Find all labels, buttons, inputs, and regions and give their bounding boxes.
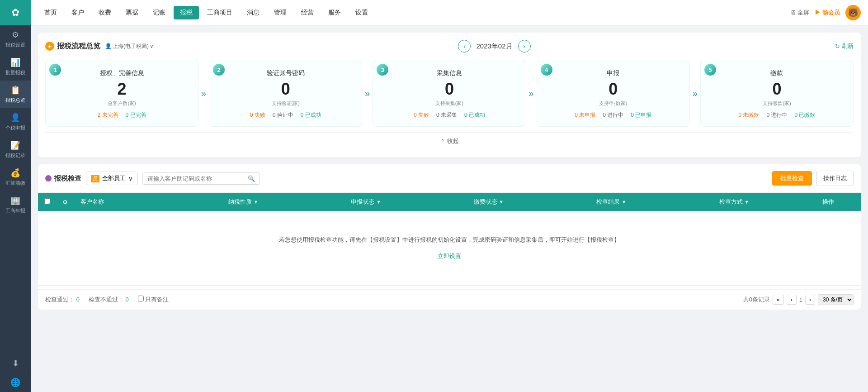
process-header: + 报税流程总览 👤 上海(电子税局) ∨ ‹ 2023年02月 › ↻ 刷新 — [45, 40, 854, 53]
nav-services[interactable]: 服务 — [322, 6, 347, 19]
month-nav: ‹ 2023年02月 › — [458, 40, 530, 53]
empty-state-row: 若您想使用报税检查功能，请先在【报税设置】中进行报税的初始化设置，完成密码验证和… — [38, 211, 861, 286]
nav-fees[interactable]: 收费 — [92, 6, 118, 19]
filter-icon-4: ▼ — [622, 199, 627, 205]
step-5-sub: 支持缴款(家) — [763, 100, 791, 107]
setup-link[interactable]: 立即设置 — [438, 253, 461, 259]
step-4-count: 0 — [609, 81, 618, 97]
select-all-checkbox[interactable] — [44, 198, 50, 204]
nav-accounting[interactable]: 记账 — [146, 6, 172, 19]
th-check-result[interactable]: 检查结果 ▼ — [550, 193, 673, 211]
sidebar-item-batch-tax[interactable]: 📊 批量报税 — [0, 53, 31, 81]
sidebar-item-tax-settings[interactable]: ⚙ 报税设置 — [0, 25, 31, 53]
annual-report-icon: 🏢 — [10, 196, 20, 206]
batch-check-button[interactable]: 批量检查 — [772, 171, 812, 186]
search-icon[interactable]: 🔍 — [248, 175, 255, 182]
prev-page-button[interactable]: ‹ — [787, 295, 797, 305]
collapse-button[interactable]: ⌃ 收起 — [45, 132, 854, 150]
th-payment-status[interactable]: 缴费状态 ▼ — [427, 193, 550, 211]
step-3-failed[interactable]: 0 失败 — [414, 111, 429, 119]
next-page-button[interactable]: › — [805, 295, 815, 305]
th-client-name: 客户名称 — [74, 193, 182, 211]
total-records: 共0条记录 — [743, 296, 770, 304]
app-logo: ✿ — [0, 0, 31, 25]
step-5-inprogress[interactable]: 0 进行中 — [766, 111, 787, 119]
step-declare: 4 申报 0 支持申报(家) 0 未申报 0 进行中 0 已申报 — [537, 60, 690, 127]
step-5-name: 缴款 — [770, 69, 783, 77]
step-4-declared[interactable]: 0 已申报 — [631, 111, 651, 119]
sidebar-item-label: 报税设置 — [5, 42, 25, 48]
sidebar-item-tax-records[interactable]: 📝 报税记录 — [0, 136, 31, 163]
tax-check-card: 报税检查 员 全部员工 ∨ 🔍 批量检查 操作日志 — [38, 164, 861, 310]
person-icon: 👤 — [105, 43, 112, 49]
step-4-num: 4 — [541, 64, 552, 76]
step-5-unpaid[interactable]: 0 未缴款 — [738, 111, 759, 119]
nav-operations[interactable]: 经营 — [295, 6, 320, 19]
step-3-success[interactable]: 0 已成功 — [464, 111, 485, 119]
nav-right: 🖥 全屏 ▶ 畅会员 🐻 — [790, 5, 861, 20]
sidebar-item-tax-overview[interactable]: 📋 报税总览 — [0, 81, 31, 108]
process-overview-card: + 报税流程总览 👤 上海(电子税局) ∨ ‹ 2023年02月 › ↻ 刷新 — [38, 33, 861, 157]
next-month-button[interactable]: › — [518, 40, 531, 53]
arrow-2: » — [362, 60, 373, 127]
th-tax-type[interactable]: 纳税性质 ▼ — [182, 193, 304, 211]
step-4-inprogress[interactable]: 0 进行中 — [603, 111, 623, 119]
step-4-not-declared[interactable]: 0 未申报 — [575, 111, 595, 119]
sidebar-item-label: 批量报税 — [5, 69, 25, 76]
page-size-select[interactable]: 30 条/页 — [818, 294, 854, 305]
operation-log-button[interactable]: 操作日志 — [816, 171, 854, 186]
step-2-sub: 支持验证(家) — [272, 100, 300, 107]
first-page-button[interactable]: « — [773, 295, 784, 305]
note-filter[interactable]: 只有备注 — [138, 296, 169, 304]
step-2-inprogress[interactable]: 0 验证中 — [273, 111, 293, 119]
sidebar-item-label: 报税总览 — [5, 97, 25, 104]
empty-state-cell: 若您想使用报税检查功能，请先在【报税设置】中进行报税的初始化设置，完成密码验证和… — [38, 211, 861, 286]
step-1-complete[interactable]: 0 已完善 — [126, 111, 146, 119]
prev-month-button[interactable]: ‹ — [458, 40, 471, 53]
nav-business[interactable]: 工商项目 — [201, 6, 239, 19]
sidebar-item-annual-settlement[interactable]: 💰 汇算清缴 — [0, 163, 31, 191]
user-avatar[interactable]: 🐻 — [845, 5, 861, 20]
refresh-icon: ↻ — [835, 43, 840, 50]
sidebar-item-globe[interactable]: 🌐 — [0, 373, 31, 392]
nav-clients[interactable]: 客户 — [65, 6, 90, 19]
nav-home[interactable]: 首页 — [38, 6, 63, 19]
note-checkbox[interactable] — [138, 296, 144, 301]
step-1-name: 授权、完善信息 — [100, 69, 144, 77]
step-4-sub: 支持申报(家) — [599, 100, 627, 107]
step-3-pending[interactable]: 0 未采集 — [436, 111, 457, 119]
nav-messages[interactable]: 消息 — [241, 6, 266, 19]
sidebar-item-annual-report[interactable]: 🏢 工商年报 — [0, 191, 31, 219]
sidebar-item-download[interactable]: ⬇ — [0, 354, 31, 373]
empty-message: 若您想使用报税检查功能，请先在【报税设置】中进行报税的初始化设置，完成密码验证和… — [52, 234, 847, 246]
step-1-incomplete[interactable]: 2 未完善 — [98, 111, 118, 119]
main-area: 首页 客户 收费 票据 记账 报税 工商项目 消息 管理 经营 服务 设置 🖥 … — [31, 0, 868, 392]
gear-icon[interactable]: ⚙ — [62, 199, 68, 206]
employee-select[interactable]: 员 全部员工 ∨ — [86, 172, 138, 185]
th-check-method[interactable]: 检查方式 ▼ — [673, 193, 795, 211]
vip-button[interactable]: ▶ 畅会员 — [815, 9, 840, 17]
location-tag[interactable]: 👤 上海(电子税局) ∨ — [105, 43, 154, 50]
step-5-paid[interactable]: 0 已缴款 — [794, 111, 815, 119]
search-input[interactable] — [147, 175, 245, 182]
step-4-stats: 0 未申报 0 进行中 0 已申报 — [575, 111, 651, 119]
nav-management[interactable]: 管理 — [268, 6, 293, 19]
plus-icon: + — [45, 42, 54, 51]
refresh-button[interactable]: ↻ 刷新 — [835, 42, 854, 50]
step-collect: 3 采集信息 0 支持采集(家) 0 失败 0 未采集 0 已成功 — [373, 60, 526, 127]
step-2-success[interactable]: 0 已成功 — [301, 111, 321, 119]
step-2-stats: 0 失败 0 验证中 0 已成功 — [250, 111, 321, 119]
nav-invoices[interactable]: 票据 — [119, 6, 145, 19]
nav-settings[interactable]: 设置 — [349, 6, 374, 19]
step-2-failed[interactable]: 0 失败 — [250, 111, 265, 119]
process-title: + 报税流程总览 — [45, 42, 100, 51]
step-4-name: 申报 — [607, 69, 619, 77]
fullscreen-button[interactable]: 🖥 全屏 — [790, 9, 810, 17]
fail-count-link[interactable]: 0 — [125, 296, 128, 303]
sidebar-item-personal-tax[interactable]: 👤 个税申报 — [0, 108, 31, 136]
pass-count-link[interactable]: 0 — [76, 296, 80, 303]
step-3-sub: 支持采集(家) — [435, 100, 463, 107]
th-declare-status[interactable]: 申报状态 ▼ — [305, 193, 427, 211]
check-title: 报税检查 — [45, 174, 81, 183]
nav-tax[interactable]: 报税 — [174, 6, 199, 19]
